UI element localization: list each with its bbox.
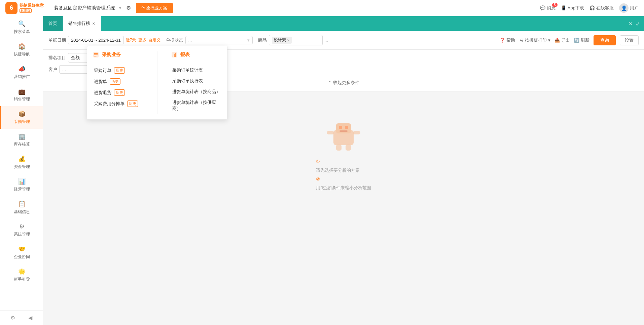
logo-text: 畅捷通好生意 标准版	[20, 3, 44, 13]
online-service-label: 在线客服	[596, 5, 614, 11]
query-button[interactable]: 查询	[594, 35, 616, 45]
logo-badge: 标准版	[20, 8, 32, 13]
menu-divider	[157, 51, 157, 114]
tab-home[interactable]: 首页	[43, 16, 63, 31]
goods-tag-close-icon[interactable]: ×	[287, 38, 290, 43]
purchase-order-exec-label: 采购订单执行表	[172, 78, 203, 84]
date-label: 单据日期	[48, 37, 66, 43]
settings-button[interactable]: 设置	[620, 35, 639, 45]
sidebar-item-sales[interactable]: 💼 销售管理	[0, 84, 43, 106]
operations-icon: 📊	[18, 178, 26, 185]
purchase-section-icon	[93, 51, 99, 58]
refresh-button[interactable]: 🔄 刷新	[574, 37, 589, 43]
settings-icon[interactable]: ⚙	[124, 3, 133, 13]
message-icon: 💬	[540, 5, 545, 10]
finance-icon: 💰	[18, 155, 26, 163]
goods-tag: 设计素 ×	[272, 37, 292, 44]
print-icon: 🖨	[519, 38, 524, 43]
main-area: 🔍 搜索菜单 🏠 快捷导航 📣 营销推广 💼 销售管理 📦 采购管理 🏢	[0, 16, 644, 325]
tab-maximize-icon[interactable]: ⤢	[636, 21, 640, 27]
system-title: 装备及固定资产辅助管理系统	[54, 5, 115, 11]
stock-in-history-tag: 历史	[110, 78, 120, 85]
collapse-button[interactable]: ⌃ 收起更多条件	[328, 78, 359, 88]
user-button[interactable]: 👤 用户	[619, 3, 639, 13]
help-button[interactable]: ❓ 帮助	[500, 37, 515, 43]
sidebar-settings-icon[interactable]: ⚙	[10, 315, 15, 321]
system-title-arrow-icon[interactable]: ▾	[119, 6, 121, 10]
sidebar-item-system[interactable]: ⚙ 系统管理	[0, 219, 43, 241]
sidebar-item-guide[interactable]: 🌟 新手引导	[0, 264, 43, 286]
message-button[interactable]: 💬 消息 5	[540, 5, 556, 11]
marketing-icon: 📣	[18, 65, 26, 73]
export-button[interactable]: 📤 导出	[554, 37, 570, 43]
sidebar-item-basic-info[interactable]: 📋 基础信息	[0, 196, 43, 219]
purchase-icon: 📦	[18, 110, 26, 118]
sidebar-item-inventory[interactable]: 🏢 库存核算	[0, 129, 43, 151]
date-more[interactable]: 更多	[138, 37, 146, 43]
trial-button[interactable]: 体验行业方案	[136, 3, 173, 13]
sidebar-label-quick-nav: 快捷导航	[14, 51, 30, 57]
sidebar-label-inventory: 库存核算	[14, 141, 30, 147]
export-label: 导出	[561, 37, 570, 43]
print-button[interactable]: 🖨 按模板打印 ▾	[519, 37, 550, 43]
svg-rect-2	[339, 126, 342, 129]
content-body: 单据日期 2024-01-01 ~ 2024-12-31 近7天 更多 自定义 …	[43, 31, 644, 325]
date-custom[interactable]: 自定义	[148, 37, 160, 43]
menu-item-stock-stat-supplier[interactable]: 进货单统计表（按供应商）	[171, 97, 222, 114]
purchase-order-history-tag: 历史	[114, 67, 125, 74]
sidebar-item-finance[interactable]: 💰 资金管理	[0, 151, 43, 174]
sidebar-item-quick-nav[interactable]: 🏠 快捷导航	[0, 39, 43, 61]
toolbar-right: ❓ 帮助 🖨 按模板打印 ▾ 📤 导出 🔄	[500, 35, 639, 45]
avatar: 👤	[619, 3, 629, 13]
sidebar-item-enterprise[interactable]: 🤝 企业协同	[0, 241, 43, 264]
date-7days[interactable]: 近7天	[126, 37, 136, 43]
menu-item-purchase-expense[interactable]: 采购费用分摊单 历史	[93, 98, 144, 109]
inventory-icon: 🏢	[18, 133, 26, 140]
menu-item-stock-return[interactable]: 进货退货 历史	[93, 87, 144, 98]
sidebar-label-finance: 资金管理	[14, 164, 30, 170]
tab-close-all-icon[interactable]: ✕	[629, 21, 633, 27]
user-label: 用户	[630, 5, 639, 11]
logo-icon: 6	[5, 2, 17, 14]
sidebar-item-purchase[interactable]: 📦 采购管理	[0, 106, 43, 129]
stock-in-label: 进货单	[94, 79, 107, 85]
goods-tag-text: 设计素	[274, 37, 286, 43]
purchase-expense-history-tag: 历史	[127, 100, 138, 107]
menu-item-stock-in[interactable]: 进货单 历史	[93, 76, 144, 87]
goods-more-icon[interactable]: ...	[325, 38, 328, 43]
goods-input[interactable]: 设计素 ×	[269, 35, 323, 45]
sidebar-label-operations: 经营管理	[14, 187, 30, 192]
headset-icon: 🎧	[589, 5, 595, 10]
app-download-label: App下载	[568, 5, 584, 11]
sidebar-label-sales: 销售管理	[14, 96, 30, 102]
tab-close-icon[interactable]: ✕	[92, 22, 95, 26]
sidebar-label-basic-info: 基础信息	[14, 209, 30, 215]
help-icon: ❓	[500, 38, 505, 43]
menu-item-purchase-order-stat[interactable]: 采购订单统计表	[171, 65, 222, 76]
app-download-button[interactable]: 📱 App下载	[561, 5, 584, 11]
sidebar-label-system: 系统管理	[14, 232, 30, 237]
phone-icon: 📱	[561, 5, 566, 10]
sidebar-item-marketing[interactable]: 📣 营销推广	[0, 61, 43, 84]
sidebar-label-marketing: 营销推广	[14, 74, 30, 80]
logo-area: 6 畅捷通好生意 标准版	[5, 2, 48, 14]
menu-item-purchase-order-exec[interactable]: 采购订单执行表	[171, 76, 222, 86]
top-right: 💬 消息 5 📱 App下载 🎧 在线客服 👤 用户	[540, 3, 639, 13]
export-icon: 📤	[554, 38, 560, 43]
menu-item-purchase-order[interactable]: 采购订单 历史	[93, 65, 144, 76]
tab-sales-rank[interactable]: 销售排行榜 ✕	[63, 16, 101, 31]
top-nav: 装备及固定资产辅助管理系统 ▾ ⚙ 体验行业方案	[48, 3, 540, 13]
sidebar-item-search[interactable]: 🔍 搜索菜单	[0, 16, 43, 39]
sidebar-item-operations[interactable]: 📊 经营管理	[0, 174, 43, 196]
menu-item-stock-stat-goods[interactable]: 进货单统计表（按商品）	[171, 86, 222, 97]
date-input[interactable]: 2024-01-01 ~ 2024-12-31	[68, 36, 124, 44]
sidebar-label-enterprise: 企业协同	[14, 254, 30, 260]
collapse-label: 收起更多条件	[333, 80, 359, 86]
status-input[interactable]: ... ▾	[185, 36, 253, 44]
sales-icon: 💼	[18, 88, 26, 95]
sidebar-collapse-icon[interactable]: ◀	[28, 315, 32, 321]
sidebar-label-purchase: 采购管理	[14, 119, 30, 125]
online-service-button[interactable]: 🎧 在线客服	[589, 5, 614, 11]
print-label: 按模板打印	[525, 37, 547, 43]
tab-home-label: 首页	[48, 21, 57, 27]
